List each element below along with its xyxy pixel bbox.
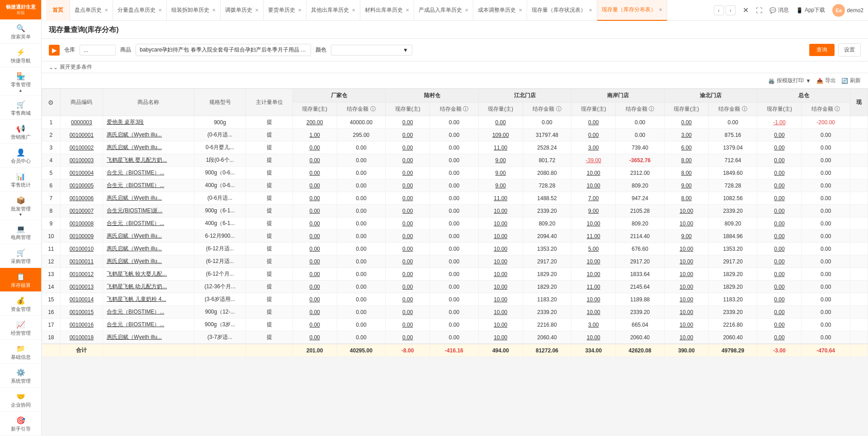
table-cell[interactable]: 0.00: [292, 141, 337, 154]
table-cell[interactable]: 00100002: [60, 141, 103, 154]
sidebar-logo[interactable]: 畅捷通好生意 标版: [0, 0, 41, 19]
table-cell[interactable]: 10.00: [478, 293, 523, 306]
table-cell[interactable]: 00100014: [60, 293, 103, 306]
table-cell[interactable]: 8.00: [664, 167, 708, 179]
table-cell[interactable]: 0.00: [292, 167, 337, 179]
tab-next-button[interactable]: ›: [726, 5, 736, 15]
table-cell[interactable]: 00100011: [60, 255, 103, 268]
tab-inventory-history[interactable]: 盘点单历史 ✕: [70, 0, 113, 21]
sidebar-item-inventory[interactable]: 📋 库存核算: [0, 268, 41, 292]
sidebar-item-finance[interactable]: 💰 资金管理: [0, 292, 41, 316]
sidebar-item-ecommerce[interactable]: 💻 电商管理: [0, 220, 41, 244]
table-cell[interactable]: 0.00: [757, 192, 802, 205]
table-cell[interactable]: 0.00: [757, 319, 802, 331]
table-cell[interactable]: 00100003: [60, 154, 103, 167]
table-cell[interactable]: 9.00: [571, 205, 616, 217]
table-cell[interactable]: 0.00: [757, 179, 802, 192]
table-cell[interactable]: 惠氏启赋（Wyeth illu...: [103, 255, 194, 268]
table-cell[interactable]: 10.00: [571, 331, 616, 344]
table-cell[interactable]: 10.00: [478, 306, 523, 319]
tab-cost-adjust[interactable]: 成本调整单历史 ✕: [473, 0, 527, 21]
table-cell[interactable]: 7.00: [571, 192, 616, 205]
table-cell[interactable]: 5.00: [571, 243, 616, 255]
tab-assembly[interactable]: 组装拆卸单历史 ✕: [167, 0, 221, 21]
tab-prev-button[interactable]: ‹: [714, 5, 724, 15]
table-cell[interactable]: 00100006: [60, 192, 103, 205]
table-cell[interactable]: 10.00: [478, 230, 523, 243]
export-button[interactable]: 📤 导出: [816, 77, 836, 84]
table-cell[interactable]: 10.00: [478, 205, 523, 217]
table-cell[interactable]: 10.00: [478, 217, 523, 230]
sidebar-item-guide[interactable]: 🎯 新手引导: [0, 412, 41, 436]
tab-stock-distribution[interactable]: 现存量（库存分布表） ✕: [597, 0, 667, 21]
sidebar-item-operation[interactable]: 📈 经营管理: [0, 316, 41, 340]
table-cell[interactable]: 10.00: [571, 293, 616, 306]
col-gear[interactable]: ⚙: [42, 89, 61, 116]
table-cell[interactable]: 9.00: [478, 167, 523, 179]
table-cell[interactable]: 11.00: [478, 192, 523, 205]
table-cell[interactable]: 3.00: [664, 129, 708, 141]
table-cell[interactable]: 0.00: [386, 116, 430, 129]
tab-close-icon[interactable]: ✕: [352, 8, 355, 13]
table-cell[interactable]: 0.00: [386, 192, 430, 205]
table-cell[interactable]: 10.00: [664, 217, 708, 230]
table-cell[interactable]: 0.00: [386, 154, 430, 167]
table-cell[interactable]: 10.00: [571, 255, 616, 268]
table-cell[interactable]: 0.00: [757, 230, 802, 243]
table-cell[interactable]: 10.00: [571, 306, 616, 319]
table-cell[interactable]: 10.00: [664, 331, 708, 344]
tab-expand-button[interactable]: ⛶: [756, 7, 762, 14]
table-cell[interactable]: 0.00: [292, 230, 337, 243]
tab-close-icon[interactable]: ✕: [659, 7, 662, 12]
tab-material-outbound[interactable]: 材料出库单历史 ✕: [360, 0, 414, 21]
table-cell[interactable]: 0.00: [386, 319, 430, 331]
table-cell[interactable]: 0.00: [757, 129, 802, 141]
table-cell[interactable]: 8.00: [664, 192, 708, 205]
table-cell[interactable]: 惠氏启赋（Wyeth illu...: [103, 331, 194, 344]
table-cell[interactable]: 00100016: [60, 319, 103, 331]
table-cell[interactable]: 0.00: [292, 255, 337, 268]
sidebar-item-wholesale[interactable]: 📦 批发管理 ▼: [0, 192, 41, 220]
filter-expand-button[interactable]: ▶: [49, 45, 60, 56]
app-download-button[interactable]: 📱 App下载: [796, 6, 825, 14]
table-cell[interactable]: 10.00: [571, 217, 616, 230]
tab-close-icon[interactable]: ✕: [589, 8, 592, 13]
table-cell[interactable]: 0.00: [757, 154, 802, 167]
tab-close-icon[interactable]: ✕: [104, 8, 108, 13]
sidebar-item-enterprise[interactable]: 🤝 企业协同: [0, 388, 41, 412]
table-cell[interactable]: 8.00: [664, 154, 708, 167]
table-cell[interactable]: 11.00: [478, 141, 523, 154]
table-cell[interactable]: 合生元（BIOSTIME）...: [103, 217, 194, 230]
tab-stock-status[interactable]: 现存量（库存状况表） ✕: [527, 0, 597, 21]
table-cell[interactable]: 0.00: [571, 129, 616, 141]
table-cell[interactable]: 0.00: [292, 293, 337, 306]
table-cell[interactable]: 惠氏启赋（Wyeth illu...: [103, 141, 194, 154]
table-cell[interactable]: 0.00: [292, 281, 337, 293]
table-cell[interactable]: 00100013: [60, 281, 103, 293]
message-button[interactable]: 💬 消息: [769, 6, 789, 14]
sidebar-search[interactable]: 🔍 搜索英单: [0, 19, 41, 43]
table-cell[interactable]: 10.00: [664, 268, 708, 281]
table-cell[interactable]: 9.00: [478, 154, 523, 167]
table-cell[interactable]: 10.00: [664, 205, 708, 217]
table-cell[interactable]: 10.00: [664, 319, 708, 331]
table-cell[interactable]: 200.00: [292, 116, 337, 129]
warehouse-input[interactable]: ...: [80, 45, 116, 56]
sidebar-item-retail-mall[interactable]: 🛒 零售商城: [0, 96, 41, 120]
table-cell[interactable]: 0.00: [757, 331, 802, 344]
table-cell[interactable]: 飞鹤星飞帆 较大婴儿配...: [103, 268, 194, 281]
product-input[interactable]: babycare孕妇待产包 春季入院全套母子组合孕妇产后冬季月子用品 22件套 …: [136, 44, 311, 56]
table-cell[interactable]: -1.00: [757, 116, 802, 129]
sidebar-item-basic[interactable]: 📁 基础信息: [0, 340, 41, 364]
table-cell[interactable]: 0.00: [757, 293, 802, 306]
table-cell[interactable]: 10.00: [571, 167, 616, 179]
tab-close-icon[interactable]: ✕: [158, 8, 162, 13]
table-cell[interactable]: 3.00: [571, 141, 616, 154]
table-cell[interactable]: -39.00: [571, 154, 616, 167]
table-cell[interactable]: 0.00: [386, 306, 430, 319]
sidebar-item-retail-mgmt[interactable]: 🏪 零售管理 ▲: [0, 67, 41, 96]
tab-close-icon[interactable]: ✕: [519, 8, 522, 13]
query-button[interactable]: 查询: [809, 44, 835, 56]
table-cell[interactable]: 10.00: [664, 293, 708, 306]
sidebar-item-marketing[interactable]: 📢 营销推广: [0, 120, 41, 144]
